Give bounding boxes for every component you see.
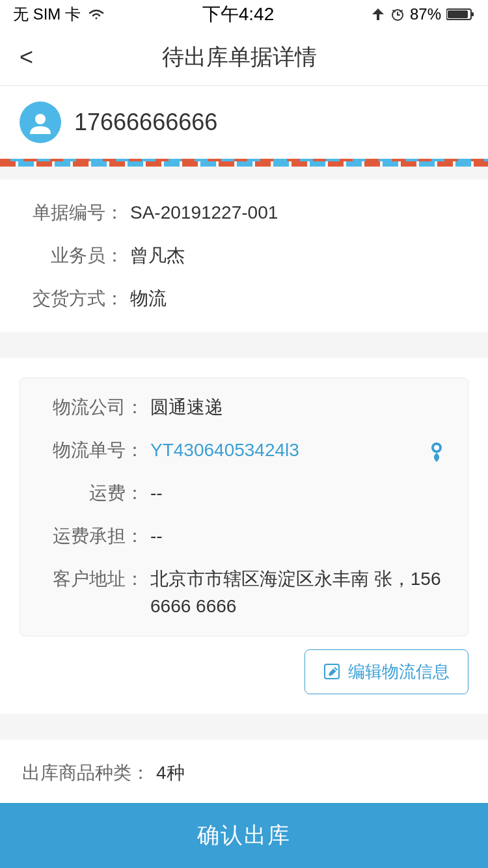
page-title: 待出库单据详情 [46,42,432,72]
address-row: 客户地址： 北京市市辖区海淀区永丰南 张，156 6666 6666 [40,565,448,620]
location-arrow-icon [371,7,385,21]
avatar [20,102,61,143]
order-no-row: 单据编号： SA-20191227-001 [20,199,468,226]
order-no-value: SA-20191227-001 [130,199,468,226]
status-right: 87% [371,5,475,23]
delivery-value: 物流 [130,285,468,312]
salesman-label: 业务员： [20,242,124,269]
customer-header: 17666666666 [0,86,488,161]
battery-icon [446,7,475,21]
status-left: 无 SIM 卡 [13,4,105,25]
edit-logistics-label: 编辑物流信息 [348,660,450,683]
edit-logistics-container: 编辑物流信息 [20,649,468,694]
svg-point-6 [434,445,439,450]
carrier-text: 无 SIM 卡 [13,4,81,25]
freight-bearer-label: 运费承担： [40,522,144,550]
freight-row: 运费： -- [40,480,448,507]
gap-1 [0,345,488,358]
goods-types-row: 出库商品种类： 4种 [20,759,468,787]
nav-bar: < 待出库单据详情 [0,29,488,86]
goods-types-label: 出库商品种类： [20,759,150,787]
tracking-value: YT43064053424l3 [150,437,414,464]
status-bar: 无 SIM 卡 下午4:42 87% [0,0,488,29]
battery-text: 87% [410,5,441,23]
logistics-card: 物流公司： 圆通速递 物流单号： YT43064053424l3 运费： -- … [20,377,468,636]
goods-types-value: 4种 [156,759,468,787]
basic-info-section: 单据编号： SA-20191227-001 业务员： 曾凡杰 交货方式： 物流 [0,180,488,332]
delivery-label: 交货方式： [20,285,124,312]
back-button[interactable]: < [20,44,33,71]
address-value: 北京市市辖区海淀区永丰南 张，156 6666 6666 [150,565,448,620]
company-row: 物流公司： 圆通速递 [40,394,448,421]
edit-logistics-button[interactable]: 编辑物流信息 [305,649,468,694]
salesman-value: 曾凡杰 [130,242,468,269]
freight-value: -- [150,480,448,507]
logistics-section: 物流公司： 圆通速递 物流单号： YT43064053424l3 运费： -- … [0,358,488,714]
company-value: 圆通速递 [150,394,448,421]
tracking-label: 物流单号： [40,437,144,464]
freight-bearer-row: 运费承担： -- [40,522,448,550]
map-pin-icon[interactable] [425,439,448,462]
bottom-bar: 确认出库 [0,803,488,868]
wifi-icon [87,8,105,21]
svg-rect-3 [448,10,468,18]
gap-2 [0,727,488,740]
address-label: 客户地址： [40,565,144,593]
delivery-row: 交货方式： 物流 [20,285,468,312]
tracking-row: 物流单号： YT43064053424l3 [40,437,448,464]
tracking-value-container: YT43064053424l3 [150,437,448,464]
salesman-row: 业务员： 曾凡杰 [20,242,468,269]
svg-rect-2 [471,12,474,16]
order-no-label: 单据编号： [20,199,124,226]
confirm-outbound-button[interactable]: 确认出库 [197,821,291,850]
svg-point-4 [35,114,46,124]
edit-icon [323,663,342,681]
alarm-icon [390,7,405,21]
dashed-separator [0,161,488,167]
company-label: 物流公司： [40,394,144,421]
customer-phone: 17666666666 [74,109,217,136]
time-text: 下午4:42 [202,2,275,27]
freight-label: 运费： [40,480,144,507]
freight-bearer-value: -- [150,522,448,550]
